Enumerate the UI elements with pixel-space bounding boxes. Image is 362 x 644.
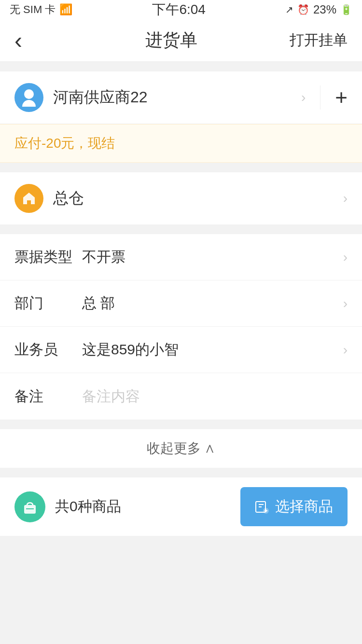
location-icon: ↗ (285, 4, 293, 15)
salesperson-label: 业务员 (14, 340, 82, 360)
collapse-section[interactable]: 收起更多 ∧ (0, 429, 362, 468)
product-count: 共0种商品 (55, 497, 231, 517)
alarm-icon: ⏰ (297, 4, 309, 15)
product-bag-icon (14, 491, 45, 522)
svg-rect-0 (27, 200, 31, 204)
invoice-type-value: 不开票 (82, 247, 343, 267)
remark-row[interactable]: 备注 备注内容 (0, 373, 362, 420)
department-row[interactable]: 部门 总 部 › (0, 280, 362, 327)
status-bar: 无 SIM 卡 📶 下午6:04 ↗ ⏰ 23% 🔋 (0, 0, 362, 19)
warehouse-chevron-icon: › (343, 191, 348, 206)
no-sim-text: 无 SIM 卡 (10, 2, 56, 17)
content: 河南供应商22 › + 应付-20元，现结 总仓 › 票据类型 不开票 (0, 71, 362, 536)
salesperson-value: 这是859的小智 (82, 340, 343, 360)
warehouse-icon (14, 184, 43, 213)
supplier-avatar (14, 83, 43, 112)
warehouse-name: 总仓 (53, 188, 343, 209)
avatar-body (22, 100, 36, 107)
salesperson-chevron-icon: › (343, 342, 348, 358)
battery-text: 23% (313, 3, 336, 16)
back-button[interactable]: ‹ (14, 27, 53, 54)
open-pending-button[interactable]: 打开挂单 (290, 30, 348, 50)
notice-text: 应付-20元，现结 (14, 136, 115, 151)
select-product-label: 选择商品 (275, 497, 333, 517)
supplier-row[interactable]: 河南供应商22 › + (0, 71, 362, 124)
warehouse-section: 总仓 › (0, 172, 362, 224)
notice-banner: 应付-20元，现结 (0, 124, 362, 163)
avatar-person-icon (21, 89, 37, 106)
supplier-name: 河南供应商22 (53, 87, 301, 108)
house-svg (21, 191, 37, 206)
bag-svg (21, 498, 39, 516)
add-supplier-button[interactable]: + (335, 87, 348, 108)
warehouse-row[interactable]: 总仓 › (0, 172, 362, 224)
page-title: 进货单 (145, 28, 197, 52)
supplier-section: 河南供应商22 › + 应付-20元，现结 (0, 71, 362, 163)
department-chevron-icon: › (343, 296, 348, 311)
select-product-icon (255, 500, 269, 514)
invoice-type-chevron-icon: › (343, 250, 348, 265)
remark-label: 备注 (14, 387, 82, 406)
remark-input[interactable]: 备注内容 (82, 387, 348, 406)
collapse-text: 收起更多 ∧ (147, 439, 216, 458)
wifi-icon: 📶 (59, 3, 72, 16)
status-left: 无 SIM 卡 📶 (10, 2, 72, 17)
battery-icon: 🔋 (340, 4, 352, 15)
supplier-chevron-icon: › (301, 90, 306, 105)
department-label: 部门 (14, 294, 82, 313)
select-product-button[interactable]: 选择商品 (240, 487, 348, 526)
salesperson-row[interactable]: 业务员 这是859的小智 › (0, 327, 362, 373)
form-section: 票据类型 不开票 › 部门 总 部 › 业务员 这是859的小智 › 备注 备注… (0, 234, 362, 420)
invoice-type-label: 票据类型 (14, 247, 82, 267)
supplier-divider (320, 85, 320, 110)
department-value: 总 部 (82, 294, 343, 313)
bottom-section: 共0种商品 选择商品 (0, 477, 362, 536)
status-time: 下午6:04 (152, 0, 206, 19)
avatar-head (24, 89, 34, 99)
invoice-type-row[interactable]: 票据类型 不开票 › (0, 234, 362, 280)
nav-bar: ‹ 进货单 打开挂单 (0, 19, 362, 62)
status-right: ↗ ⏰ 23% 🔋 (285, 3, 352, 16)
